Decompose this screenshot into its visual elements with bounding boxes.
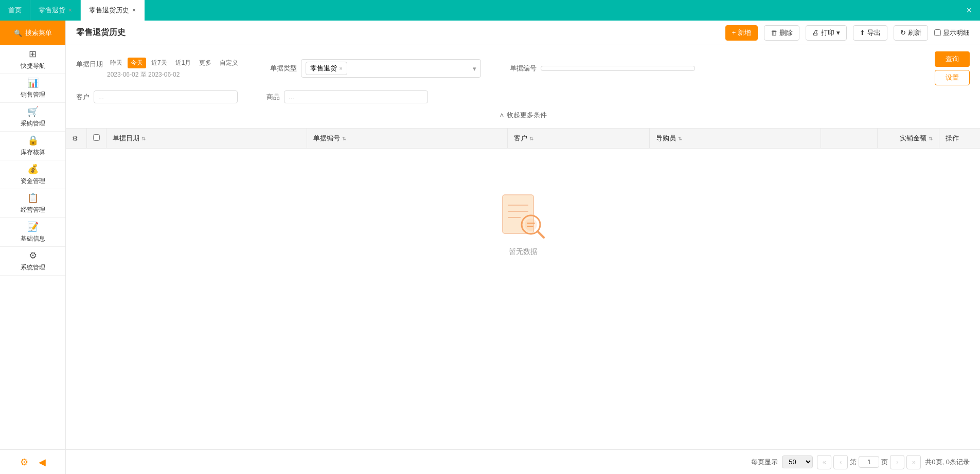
filter-area: 单据日期 昨天 今天 近7天 近1月 更多 自定义 2023-06-02 至 2…: [66, 45, 980, 129]
sidebar-item-sales-mgmt[interactable]: 📊 销售管理: [0, 74, 65, 103]
quick-nav-icon: ⊞: [29, 48, 37, 60]
new-button[interactable]: + 新增: [725, 25, 758, 41]
query-button[interactable]: 查询: [935, 51, 970, 67]
pagination-bar: 每页显示 50 10 20 100 « ‹ 第 页 › » 共0页, 0条记录: [66, 449, 980, 474]
tab-home[interactable]: 首页: [0, 0, 30, 21]
show-detail-label: 显示明细: [943, 28, 970, 38]
page-label: 第: [850, 458, 857, 467]
refresh-icon: ↻: [900, 29, 906, 37]
tab-retail-return[interactable]: 零售退货 ×: [30, 0, 81, 21]
th-number[interactable]: 单据编号 ⇅: [307, 129, 507, 149]
date-option-custom[interactable]: 自定义: [217, 58, 241, 68]
delete-button-label: 删除: [779, 28, 793, 38]
sidebar-item-inventory-label: 库存核算: [21, 148, 45, 157]
tab-retail-return-history-close[interactable]: ×: [132, 7, 136, 14]
collapse-button[interactable]: ∧ 收起更多条件: [493, 108, 553, 122]
doc-type-tag-remove[interactable]: ×: [339, 65, 342, 71]
sales-mgmt-icon: 📊: [27, 77, 39, 88]
date-filter-group: 单据日期 昨天 今天 近7天 近1月 更多 自定义 2023-06-02 至 2…: [76, 58, 241, 79]
th-guide[interactable]: 导购员 ⇅: [649, 129, 821, 149]
finance-mgmt-icon: 💰: [27, 163, 39, 175]
doc-type-dropdown-icon: ▾: [473, 65, 476, 72]
sidebar-item-finance-mgmt[interactable]: 💰 资金管理: [0, 160, 65, 189]
table-header: ⚙ 单据日期 ⇅: [66, 129, 980, 149]
print-button[interactable]: 🖨 打印 ▾: [806, 25, 847, 41]
th-customer[interactable]: 客户 ⇅: [507, 129, 649, 149]
date-option-more[interactable]: 更多: [196, 58, 215, 68]
empty-svg: [492, 190, 554, 241]
doc-type-filter-group: 单据类型 零售退货 × ▾: [270, 59, 481, 78]
operations-mgmt-icon: 📋: [27, 192, 39, 204]
show-detail-checkbox[interactable]: [934, 29, 941, 36]
th-amount-sort[interactable]: 实销金额 ⇅: [884, 134, 933, 143]
th-number-sort[interactable]: 单据编号 ⇅: [313, 134, 501, 143]
print-button-label: 打印: [821, 28, 834, 38]
th-date[interactable]: 单据日期 ⇅: [106, 129, 307, 149]
show-detail-toggle[interactable]: 显示明细: [934, 28, 970, 38]
th-customer-label: 客户: [514, 134, 527, 143]
prev-page-button[interactable]: ‹: [833, 455, 848, 469]
sidebar-item-operations-mgmt[interactable]: 📋 经营管理: [0, 189, 65, 218]
sidebar: 🔍 搜索菜单 ⊞ 快捷导航 📊 销售管理 🛒 采购管理 🔒 库存核算 💰: [0, 21, 66, 474]
page-number-input[interactable]: [859, 456, 879, 468]
sidebar-item-inventory[interactable]: 🔒 库存核算: [0, 132, 65, 160]
sidebar-search[interactable]: 🔍 搜索菜单: [0, 21, 65, 45]
th-date-sort-icon: ⇅: [141, 136, 146, 141]
export-button[interactable]: ⬆ 导出: [853, 25, 887, 41]
th-customer-sort[interactable]: 客户 ⇅: [514, 134, 643, 143]
new-button-label: + 新增: [732, 28, 751, 38]
sidebar-item-basic-info[interactable]: 📝 基础信息: [0, 218, 65, 247]
th-number-sort-icon: ⇅: [342, 136, 346, 141]
tab-retail-return-history[interactable]: 零售退货历史 ×: [81, 0, 145, 21]
filter-right-buttons: 查询 设置: [935, 51, 970, 85]
th-number-label: 单据编号: [313, 134, 340, 143]
basic-info-icon: 📝: [27, 221, 39, 232]
date-option-7days[interactable]: 近7天: [148, 58, 170, 68]
sidebar-item-sales-label: 销售管理: [21, 90, 45, 99]
sidebar-nav: ⊞ 快捷导航 📊 销售管理 🛒 采购管理 🔒 库存核算 💰 资金管理 📋: [0, 45, 65, 449]
date-options-row: 昨天 今天 近7天 近1月 更多 自定义: [107, 58, 241, 68]
goods-label: 商品: [266, 93, 280, 102]
goods-input[interactable]: ...: [284, 90, 428, 103]
th-date-label: 单据日期: [113, 134, 139, 143]
delete-button[interactable]: 🗑 删除: [764, 25, 799, 41]
refresh-button-label: 刷新: [908, 28, 921, 38]
refresh-button[interactable]: ↻ 刷新: [894, 25, 928, 41]
last-page-button[interactable]: »: [906, 455, 921, 469]
window-close-button[interactable]: ×: [966, 5, 972, 16]
per-page-select[interactable]: 50 10 20 100: [782, 455, 813, 468]
data-table: ⚙ 单据日期 ⇅: [66, 129, 980, 149]
select-all-checkbox[interactable]: [93, 134, 100, 141]
system-mgmt-icon: ⚙: [29, 250, 37, 261]
th-amount[interactable]: 实销金额 ⇅: [877, 129, 939, 149]
tab-retail-return-close[interactable]: ×: [68, 7, 72, 14]
date-option-1month[interactable]: 近1月: [172, 58, 194, 68]
customer-label: 客户: [76, 93, 90, 102]
page-title: 零售退货历史: [76, 27, 725, 38]
sidebar-collapse-icon[interactable]: ◀: [39, 457, 46, 468]
th-checkbox[interactable]: [86, 129, 106, 149]
date-option-today[interactable]: 今天: [128, 58, 146, 68]
date-option-yesterday[interactable]: 昨天: [107, 58, 126, 68]
next-page-button[interactable]: ›: [890, 455, 904, 469]
print-dropdown-icon: ▾: [836, 29, 840, 37]
empty-illustration: [492, 190, 554, 241]
doc-type-select[interactable]: 零售退货 × ▾: [301, 59, 481, 78]
filter-row-2: 客户 ... 商品 ...: [76, 90, 970, 103]
th-date-sort[interactable]: 单据日期 ⇅: [113, 134, 300, 143]
doc-type-tag: 零售退货 ×: [306, 62, 347, 75]
settings-gear-icon[interactable]: ⚙: [20, 457, 28, 468]
export-button-label: 导出: [867, 28, 881, 38]
th-settings[interactable]: ⚙: [66, 129, 86, 149]
th-guide-sort[interactable]: 导购员 ⇅: [656, 134, 814, 143]
sidebar-item-system-mgmt[interactable]: ⚙ 系统管理: [0, 247, 65, 276]
sidebar-search-label: 搜索菜单: [25, 28, 52, 38]
filter-settings-button[interactable]: 设置: [935, 70, 970, 85]
sidebar-item-purchase-mgmt[interactable]: 🛒 采购管理: [0, 103, 65, 132]
customer-input[interactable]: ...: [94, 90, 238, 103]
export-icon: ⬆: [860, 29, 865, 37]
sidebar-item-quick-nav[interactable]: ⊞ 快捷导航: [0, 45, 65, 74]
first-page-button[interactable]: «: [817, 455, 831, 469]
sidebar-item-quick-nav-label: 快捷导航: [21, 62, 45, 70]
doc-number-input[interactable]: [541, 66, 695, 71]
